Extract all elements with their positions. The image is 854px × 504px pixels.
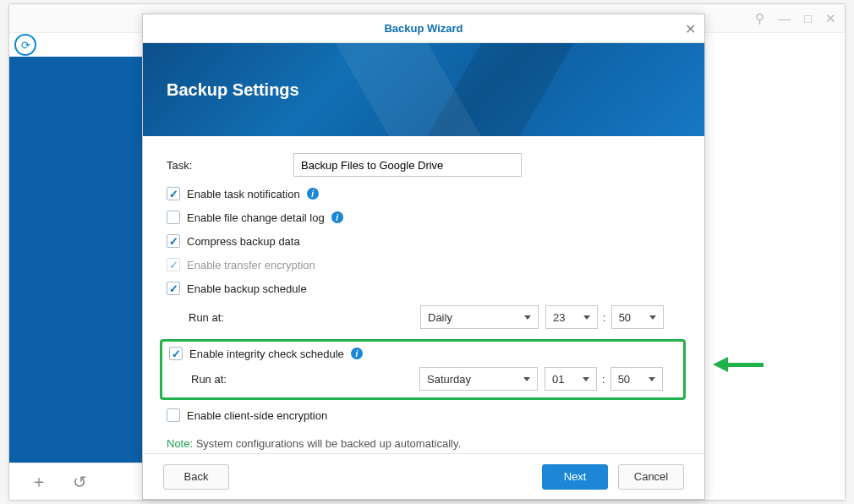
time-colon: : [603, 311, 606, 324]
client-encrypt-label: Enable client-side encryption [187, 409, 327, 422]
wizard-header: Backup Settings [143, 43, 704, 136]
schedule-minute-select[interactable]: 50 [611, 305, 664, 329]
schedule-checkbox[interactable] [167, 282, 180, 295]
history-icon[interactable]: ↺ [73, 472, 87, 492]
chevron-down-icon [649, 315, 656, 320]
task-name-input[interactable] [293, 153, 522, 177]
compress-checkbox[interactable] [167, 234, 180, 248]
transfer-encrypt-checkbox [167, 258, 180, 271]
cancel-button[interactable]: Cancel [618, 464, 684, 490]
schedule-hour-select[interactable]: 23 [545, 305, 598, 329]
integrity-minute-select[interactable]: 50 [610, 367, 663, 391]
info-icon[interactable]: i [331, 211, 343, 223]
filechange-checkbox[interactable] [167, 211, 180, 224]
app-logo-icon: ⟳ [14, 34, 36, 56]
back-button[interactable]: Back [163, 464, 229, 490]
add-icon[interactable]: ＋ [30, 470, 47, 493]
filechange-label: Enable file change detail log [187, 211, 325, 224]
info-icon[interactable]: i [351, 348, 363, 359]
minimize-icon[interactable]: — [778, 11, 791, 25]
transfer-encrypt-label: Enable transfer encryption [187, 259, 315, 271]
integrity-runat-label: Run at: [191, 373, 419, 386]
runat-label: Run at: [189, 311, 420, 324]
wizard-title: Backup Wizard [384, 22, 463, 35]
sidebar-footer: ＋ ↺ [9, 463, 143, 500]
page-title: Backup Settings [167, 80, 299, 100]
maximize-icon[interactable]: □ [804, 11, 812, 25]
chevron-down-icon [649, 377, 655, 381]
next-button[interactable]: Next [542, 464, 608, 490]
integrity-day-select[interactable]: Saturday [419, 367, 538, 391]
note-text: Note: System configurations will be back… [167, 437, 681, 450]
wizard-body: Task: Enable task notification i Enable … [143, 136, 704, 453]
chevron-down-icon [583, 315, 590, 320]
chevron-down-icon [523, 377, 530, 381]
wizard-titlebar: Backup Wizard ✕ [143, 14, 704, 43]
integrity-highlight: Enable integrity check schedule i Run at… [160, 339, 686, 400]
close-icon[interactable]: ✕ [825, 11, 836, 26]
time-colon: : [602, 373, 605, 386]
backup-wizard-dialog: Backup Wizard ✕ Backup Settings Task: En… [142, 14, 705, 500]
schedule-label: Enable backup schedule [187, 282, 307, 295]
client-encrypt-checkbox[interactable] [167, 408, 180, 422]
notification-checkbox[interactable] [167, 187, 180, 200]
notification-label: Enable task notification [187, 188, 300, 200]
pin-icon[interactable]: ⚲ [755, 11, 764, 26]
schedule-frequency-select[interactable]: Daily [420, 305, 539, 329]
close-icon[interactable]: ✕ [685, 21, 696, 37]
integrity-label: Enable integrity check schedule [189, 348, 344, 360]
annotation-arrow [713, 357, 764, 372]
chevron-down-icon [583, 377, 589, 381]
sidebar: ⟳ ＋ ↺ [9, 33, 143, 500]
task-label: Task: [167, 159, 293, 172]
chevron-down-icon [524, 315, 531, 320]
info-icon[interactable]: i [307, 188, 319, 200]
integrity-checkbox[interactable] [169, 347, 183, 360]
compress-label: Compress backup data [187, 235, 300, 248]
wizard-footer: Back Next Cancel [143, 453, 704, 499]
integrity-hour-select[interactable]: 01 [545, 367, 597, 391]
